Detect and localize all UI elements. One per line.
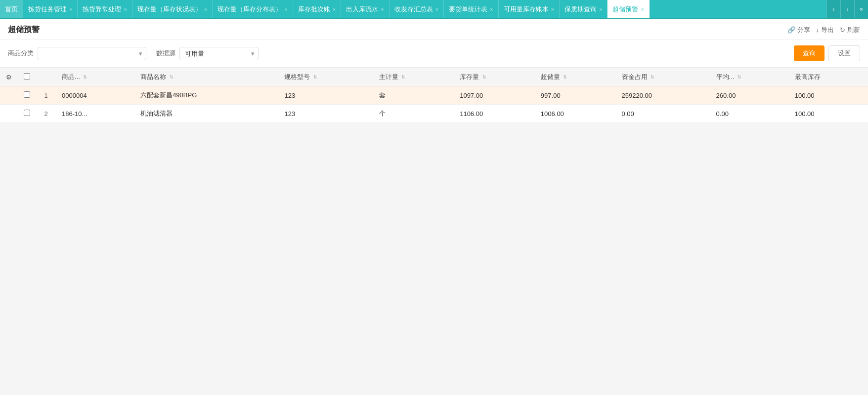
- col-product-name[interactable]: 商品名称 ⇅: [134, 68, 278, 86]
- row-spec-1: 123: [278, 105, 373, 123]
- row-settings-1[interactable]: [0, 105, 18, 123]
- close-quality[interactable]: ×: [599, 6, 602, 12]
- nav-tab-quality[interactable]: 保质期查询 ×: [560, 0, 608, 19]
- refresh-icon: ↻: [840, 26, 845, 34]
- row-max-stock-1: 100.00: [789, 105, 868, 123]
- filter-actions: 查询 设置: [794, 45, 860, 61]
- nav-tab-overstock[interactable]: 超储预警 ×: [608, 0, 649, 19]
- col-checkbox[interactable]: [18, 68, 36, 86]
- col-overstock[interactable]: 超储量 ⇅: [535, 68, 616, 86]
- category-filter: 商品分类: [8, 47, 146, 60]
- row-checkbox-1[interactable]: [18, 105, 36, 123]
- nav-tab-inout[interactable]: 出入库流水 ×: [341, 0, 389, 19]
- datasource-label: 数据源: [156, 49, 175, 58]
- datasource-filter: 数据源 可用量 库存量: [156, 47, 259, 60]
- row-settings-0[interactable]: [0, 86, 18, 105]
- share-icon: 🔗: [787, 26, 795, 34]
- col-capital[interactable]: 资金占用 ⇅: [616, 68, 710, 86]
- nav-tab-stock-status[interactable]: 现存量（库存状况表） ×: [132, 0, 213, 19]
- row-capital-0: 259220.00: [616, 86, 710, 105]
- col-max-stock[interactable]: 最高库存: [789, 68, 868, 86]
- nav-tab-batch[interactable]: 库存批次账 ×: [293, 0, 341, 19]
- export-button[interactable]: ↓ 导出: [816, 26, 834, 35]
- close-batch[interactable]: ×: [333, 6, 336, 12]
- row-num-0: 1: [36, 86, 56, 105]
- table-header-row: ⚙ 商品... ⇅ 商品名称 ⇅ 规格型号: [0, 68, 868, 86]
- col-row-num: [36, 68, 56, 86]
- nav-arrow-right[interactable]: ›: [840, 0, 854, 19]
- table-wrapper: ⚙ 商品... ⇅ 商品名称 ⇅ 规格型号: [0, 68, 868, 123]
- row-capital-1: 0.00: [616, 105, 710, 123]
- col-product-code[interactable]: 商品... ⇅: [56, 68, 134, 86]
- row-num-1: 2: [36, 105, 56, 123]
- export-icon: ↓: [816, 26, 820, 34]
- settings-button[interactable]: 设置: [828, 45, 860, 61]
- page-title: 超储预警: [8, 25, 40, 35]
- row-product-code-0: 0000004: [56, 86, 134, 105]
- nav-tab-order-stat[interactable]: 要货单统计表 ×: [444, 0, 498, 19]
- row-product-code-1: 186-10...: [56, 105, 134, 123]
- sort-icon-product-code: ⇅: [83, 75, 87, 79]
- page-content: 超储预警 🔗 分享 ↓ 导出 ↻ 刷新 商品分类: [0, 19, 868, 123]
- table-row[interactable]: 2 186-10... 机油滤清器 123 个 1106.00 1006.00 …: [0, 105, 868, 123]
- col-settings[interactable]: ⚙: [0, 68, 18, 86]
- page-header: 超储预警 🔗 分享 ↓ 导出 ↻ 刷新: [0, 19, 868, 40]
- sort-icon-avg: ⇅: [738, 75, 741, 79]
- nav-arrows: ‹ › ×: [826, 0, 868, 19]
- sort-icon-unit: ⇅: [401, 75, 405, 79]
- sort-icon-product-name: ⇅: [170, 75, 174, 79]
- header-actions: 🔗 分享 ↓ 导出 ↻ 刷新: [787, 26, 861, 35]
- close-collect[interactable]: ×: [435, 6, 438, 12]
- row-stock-0: 1097.00: [454, 86, 535, 105]
- row-product-name-1: 机油滤清器: [134, 105, 278, 123]
- refresh-button[interactable]: ↻ 刷新: [840, 26, 860, 35]
- close-stock-status[interactable]: ×: [204, 6, 207, 12]
- category-label: 商品分类: [8, 49, 34, 58]
- datasource-select-wrapper: 可用量 库存量: [179, 47, 259, 60]
- nav-arrow-close[interactable]: ×: [854, 0, 868, 19]
- row-unit-1: 个: [373, 105, 454, 123]
- row-product-name-0: 六配套新昌490BPG: [134, 86, 278, 105]
- share-button[interactable]: 🔗 分享: [787, 26, 810, 35]
- sort-icon-capital: ⇅: [651, 75, 654, 79]
- nav-tab-collect[interactable]: 收发存汇总表 ×: [390, 0, 444, 19]
- row-avg-0: 260.00: [710, 86, 789, 105]
- row-select-1[interactable]: [24, 110, 30, 116]
- row-checkbox-0[interactable]: [18, 86, 36, 105]
- row-overstock-0: 997.00: [535, 86, 616, 105]
- close-stock-dist[interactable]: ×: [284, 6, 287, 12]
- nav-tab-task-mgmt[interactable]: 拣货任务管理 ×: [23, 0, 78, 19]
- data-table: ⚙ 商品... ⇅ 商品名称 ⇅ 规格型号: [0, 68, 868, 123]
- category-select-wrapper: [38, 47, 146, 60]
- row-select-0[interactable]: [24, 91, 30, 98]
- nav-tab-home[interactable]: 首页: [0, 0, 23, 19]
- close-overstock[interactable]: ×: [641, 6, 644, 12]
- row-max-stock-0: 100.00: [789, 86, 868, 105]
- close-task-mgmt[interactable]: ×: [69, 6, 72, 12]
- col-unit[interactable]: 主计量 ⇅: [373, 68, 454, 86]
- filter-bar: 商品分类 数据源 可用量 库存量 查询 设置: [0, 40, 868, 68]
- close-exception[interactable]: ×: [124, 6, 127, 12]
- top-nav: 首页 拣货任务管理 × 拣货异常处理 × 现存量（库存状况表） × 现存量（库存…: [0, 0, 868, 19]
- nav-tab-stock-dist[interactable]: 现存量（库存分布表） ×: [213, 0, 293, 19]
- select-all-checkbox[interactable]: [24, 73, 30, 79]
- sort-icon-spec: ⇅: [313, 75, 317, 79]
- close-order-stat[interactable]: ×: [490, 6, 493, 12]
- row-avg-1: 0.00: [710, 105, 789, 123]
- row-spec-0: 123: [278, 86, 373, 105]
- sort-icon-overstock: ⇅: [563, 75, 567, 79]
- close-available[interactable]: ×: [551, 6, 554, 12]
- query-button[interactable]: 查询: [794, 45, 825, 61]
- nav-tab-available[interactable]: 可用量库存账本 ×: [499, 0, 560, 19]
- sort-icon-stock: ⇅: [482, 75, 486, 79]
- col-stock[interactable]: 库存量 ⇅: [454, 68, 535, 86]
- col-spec[interactable]: 规格型号 ⇅: [278, 68, 373, 86]
- row-unit-0: 套: [373, 86, 454, 105]
- nav-arrow-left[interactable]: ‹: [826, 0, 840, 19]
- close-inout[interactable]: ×: [381, 6, 384, 12]
- datasource-select[interactable]: 可用量 库存量: [179, 47, 259, 60]
- nav-tab-exception[interactable]: 拣货异常处理 ×: [78, 0, 132, 19]
- category-select[interactable]: [38, 47, 146, 60]
- col-avg[interactable]: 平均... ⇅: [710, 68, 789, 86]
- table-row[interactable]: 1 0000004 六配套新昌490BPG 123 套 1097.00 997.…: [0, 86, 868, 105]
